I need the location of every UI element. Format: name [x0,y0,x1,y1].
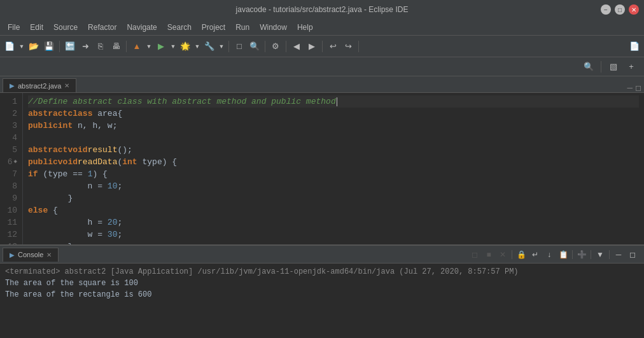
console-new-btn[interactable]: ➕ [575,248,588,261]
code-line-1: //Define abstract class with abstract me… [28,95,639,108]
close-button[interactable]: ✕ [629,4,639,15]
run-button[interactable]: ▶ [154,39,168,53]
code-line-2: abstract class area{ [28,108,639,120]
editor-maximize-button[interactable]: ◻ [635,83,641,92]
perspective-switch[interactable]: ▧ [606,60,621,74]
forward-button[interactable]: ➜ [78,39,92,53]
toolbar-sep-7 [358,41,359,52]
last-edit-button[interactable]: ↩ [326,39,340,53]
save-button[interactable]: 💾 [42,39,56,53]
back-button[interactable]: ⎘ [94,39,108,53]
menu-run[interactable]: Run [230,19,255,35]
line-num-10: 10 [5,204,17,216]
perspectives-button[interactable]: □ [232,39,246,53]
editor-minimize-button[interactable]: ─ [627,83,633,92]
code-line-11: h = 20; [28,216,639,229]
toolbar-sep-4 [265,41,265,52]
minimize-button[interactable]: − [601,4,611,15]
console-sep-1 [512,250,512,259]
menu-help[interactable]: Help [292,19,318,35]
line-num-5: 5 [5,144,17,156]
toolbar2-sep [601,61,601,73]
nav-history-back[interactable]: ◀ [290,39,304,53]
code-line-4 [28,132,639,144]
coverage-button[interactable]: 🌟 [178,39,192,53]
console-maximize-btn[interactable]: ◻ [626,248,639,261]
terminated-line: <terminated> abstract2 [Java Application… [5,266,639,278]
line-numbers: 1 2 3 4 5 6◈ 7 8 9 10 11 12 13 [0,93,23,244]
console-output: <terminated> abstract2 [Java Application… [0,264,644,338]
code-line-6: public void readData(int type) { [28,156,639,168]
search-views-button[interactable]: 🔍 [248,39,262,53]
search-icon-btn[interactable]: 🔍 [581,60,596,74]
console-clear-btn[interactable]: ◻ [468,248,481,261]
line-num-7: 7 [5,168,17,180]
toolbar-sep-5 [286,41,286,52]
console-display-sel[interactable]: ▼ [594,248,606,261]
code-line-10: else { [28,204,639,216]
console-sep-3 [591,250,591,259]
code-line-3: public int n, h, w; [28,120,639,132]
java-file-icon: ▶ [10,82,15,89]
console-sep-2 [572,250,573,259]
print-button[interactable]: 🖶 [109,39,123,53]
ext-dropdown-arrow[interactable]: ▼ [218,39,225,53]
next-edit-button[interactable]: ↪ [341,39,355,53]
console-toolbar: ◻ ■ ✕ 🔒 ↵ ↓ 📋 ➕ ▼ ─ ◻ [466,248,641,261]
tab-close-button[interactable]: ✕ [64,82,69,89]
editor-tab-bar: ▶ abstract2.java ✕ ─ ◻ [0,76,644,93]
menu-edit[interactable]: Edit [25,19,48,35]
new-dropdown-arrow[interactable]: ▼ [18,39,25,53]
console-output-line-1: The area of the square is 100 [5,278,639,289]
code-editor: 1 2 3 4 5 6◈ 7 8 9 10 11 12 13 //Define … [0,93,644,244]
menu-project[interactable]: Project [197,19,230,35]
cursor-button[interactable]: 🔙 [63,39,77,53]
menu-bar: File Edit Source Refactor Navigate Searc… [0,19,644,36]
console-scroll-end[interactable]: ↓ [543,248,556,261]
console-remove-btn: ✕ [496,248,509,261]
debug-dropdown-arrow[interactable]: ▼ [145,39,153,53]
export-button[interactable]: 📄 [627,39,641,53]
editor-tab-abstract2[interactable]: ▶ abstract2.java ✕ [3,78,76,92]
menu-navigate[interactable]: Navigate [122,19,162,35]
console-icon: ▶ [10,251,15,258]
editor-panel: ▶ abstract2.java ✕ ─ ◻ 1 2 3 4 5 6◈ 7 [0,76,644,244]
maximize-button[interactable]: □ [615,4,625,15]
console-stop-btn: ■ [482,248,495,261]
line-num-9: 9 [5,192,17,204]
menu-file[interactable]: File [3,19,25,35]
editor-wrapper: ▶ abstract2.java ✕ ─ ◻ 1 2 3 4 5 6◈ 7 [0,76,644,338]
console-scroll-lock[interactable]: 🔒 [515,248,528,261]
console-word-wrap[interactable]: ↵ [529,248,542,261]
menu-source[interactable]: Source [48,19,83,35]
open-perspective[interactable]: + [624,60,639,74]
console-panel: ▶ Console ✕ ◻ ■ ✕ 🔒 ↵ ↓ 📋 ➕ [0,244,644,338]
editor-tab-label: abstract2.java [18,82,61,90]
cov-dropdown-arrow[interactable]: ▼ [193,39,201,53]
console-tab-close[interactable]: ✕ [46,251,52,258]
window-title: javacode - tutorials/src/abstract2.java … [43,5,601,14]
ext-tools-button[interactable]: 🔧 [202,39,216,53]
console-tab-label: Console [18,251,43,258]
open-button[interactable]: 📂 [27,39,41,53]
code-line-7: if (type == 1) { [28,168,639,180]
line-num-8: 8 [5,180,17,192]
line-num-1: 1 [5,95,17,108]
console-tab[interactable]: ▶ Console ✕ [3,248,59,262]
run-dropdown-arrow[interactable]: ▼ [169,39,177,53]
nav-history-fwd[interactable]: ▶ [305,39,319,53]
menu-search[interactable]: Search [162,19,197,35]
toolbar-sep-3 [228,41,229,52]
menu-refactor[interactable]: Refactor [83,19,122,35]
console-tab-bar: ▶ Console ✕ ◻ ■ ✕ 🔒 ↵ ↓ 📋 ➕ [0,246,644,264]
new-button[interactable]: 📄 [3,39,17,53]
code-line-8: n = 10; [28,180,639,192]
debug-button[interactable]: ▲ [130,39,144,53]
settings-button[interactable]: ⚙ [269,39,283,53]
code-content[interactable]: //Define abstract class with abstract me… [23,93,644,244]
console-copy-btn[interactable]: 📋 [557,248,570,261]
menu-window[interactable]: Window [255,19,292,35]
console-minimize-btn[interactable]: ─ [612,248,625,261]
secondary-toolbar: 🔍 ▧ + [0,57,644,76]
code-line-12: w = 30; [28,229,639,241]
